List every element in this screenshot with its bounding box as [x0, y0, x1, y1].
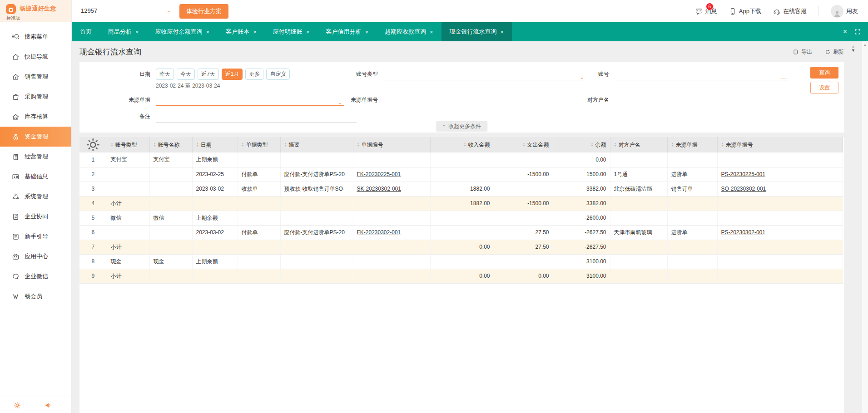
- cell-doc-type: 收款单: [238, 182, 280, 196]
- org-select[interactable]: 12957 ⌄: [80, 5, 173, 17]
- remark-input[interactable]: [158, 115, 355, 121]
- close-all-tabs-icon[interactable]: ×: [843, 28, 847, 35]
- tab-7[interactable]: 超期应收款查询×: [377, 22, 441, 41]
- cell-income: [430, 167, 494, 182]
- online-service-button[interactable]: 在线客服: [773, 7, 807, 15]
- open-tabs: 首页商品分析×应收应付余额查询×客户账本×应付明细账×客户信用分析×超期应收款查…: [72, 22, 836, 41]
- date-pill-近7天[interactable]: 近7天: [198, 69, 219, 80]
- sidebar-item-12[interactable]: 应用中心: [0, 246, 71, 266]
- tab-4[interactable]: 客户账本×: [218, 22, 265, 41]
- date-pills: 昨天今天近7天近1月更多自定义: [156, 69, 290, 80]
- sidebar-item-13[interactable]: 企业微信: [0, 266, 71, 286]
- column-label: 来源单据: [675, 142, 697, 148]
- account-picker[interactable]: …: [615, 69, 789, 80]
- sidebar-item-9[interactable]: 系统管理: [0, 187, 71, 206]
- tab-close-icon[interactable]: ×: [306, 29, 310, 35]
- column-header-9[interactable]: ▲▼余额: [553, 137, 610, 152]
- sidebar-item-14[interactable]: 畅会员: [0, 286, 71, 306]
- tab-8[interactable]: 现金银行流水查询×: [441, 22, 512, 41]
- column-header-11[interactable]: ▲▼来源单据: [667, 137, 717, 152]
- date-pill-近1月[interactable]: 近1月: [222, 69, 243, 80]
- party-name-input[interactable]: [616, 98, 788, 105]
- cell-date: [192, 240, 238, 254]
- tab-6[interactable]: 客户信用分析×: [317, 22, 377, 41]
- tab-close-icon[interactable]: ×: [135, 29, 139, 35]
- trial-plan-button[interactable]: 体验行业方案: [179, 4, 228, 19]
- sidebar-item-1[interactable]: 搜索菜单: [0, 27, 71, 47]
- chevron-up-icon: ⌃: [442, 124, 446, 129]
- tab-close-icon[interactable]: ×: [206, 29, 210, 35]
- source-doc-no-field[interactable]: [383, 94, 586, 106]
- account-type-input[interactable]: [385, 73, 580, 79]
- ellipsis-picker-icon[interactable]: …: [781, 74, 788, 79]
- tab-5[interactable]: 应付明细账×: [265, 22, 318, 41]
- cell-doc-no: [353, 254, 430, 269]
- doc-link[interactable]: FK-20230302-001: [357, 229, 401, 236]
- chevron-down-icon: ⌄: [580, 75, 585, 79]
- date-pill-今天[interactable]: 今天: [177, 69, 195, 80]
- cell-party: 天津市南凯玻璃: [610, 225, 667, 240]
- column-label: 来源单据号: [725, 142, 753, 148]
- date-pill-昨天[interactable]: 昨天: [156, 69, 174, 80]
- results-table: ▲▼账号类型▲▼账号名称▲▼日期▲▼单据类型▲▼摘要▲▼单据编号▲▼收入金额▲▼…: [79, 137, 843, 284]
- table-row: 1支付宝支付宝上期余额0.00: [79, 152, 843, 167]
- refresh-button[interactable]: 刷新: [825, 48, 844, 56]
- doc-link[interactable]: PS-20230225-001: [721, 171, 765, 177]
- tab-close-icon[interactable]: ×: [501, 29, 504, 35]
- column-header-6[interactable]: ▲▼单据编号: [353, 137, 430, 152]
- doc-link[interactable]: SK-20230302-001: [357, 186, 401, 192]
- sidebar-item-5[interactable]: 库存核算: [0, 107, 71, 127]
- column-header-12[interactable]: ▲▼来源单据号: [717, 137, 843, 152]
- announcement-speaker-icon[interactable]: [45, 402, 52, 409]
- column-header-5[interactable]: ▲▼摘要: [280, 137, 353, 152]
- column-settings-gear[interactable]: [79, 137, 107, 152]
- tab-close-icon[interactable]: ×: [365, 29, 368, 35]
- column-header-4[interactable]: ▲▼单据类型: [238, 137, 280, 152]
- account-type-select[interactable]: ⌄: [383, 69, 586, 80]
- tab-3[interactable]: 应收应付余额查询×: [147, 22, 218, 41]
- tab-close-icon[interactable]: ×: [430, 29, 433, 35]
- source-doc-no-input[interactable]: [385, 98, 585, 105]
- date-pill-自定义[interactable]: 自定义: [266, 69, 290, 80]
- column-header-8[interactable]: ▲▼支出金额: [494, 137, 553, 152]
- app-download-button[interactable]: App下载: [729, 7, 761, 15]
- source-doc-select[interactable]: ⌄: [156, 94, 344, 106]
- date-range-value[interactable]: 2023-02-24 至 2023-03-24: [156, 82, 290, 90]
- fullscreen-icon[interactable]: [854, 29, 861, 35]
- sidebar-item-10[interactable]: 企业协同: [0, 206, 71, 226]
- sidebar-item-6[interactable]: 资金管理: [0, 127, 71, 147]
- table-row: 8现金现金上期余额3100.00: [79, 254, 843, 269]
- column-header-7[interactable]: ▲▼收入金额: [430, 137, 494, 152]
- column-header-3[interactable]: ▲▼日期: [192, 137, 238, 152]
- source-doc-input[interactable]: [158, 98, 337, 104]
- sidebar-item-2[interactable]: 快捷导航: [0, 47, 71, 67]
- page-scrollbar[interactable]: ▲: [862, 41, 868, 413]
- scroll-down-icon[interactable]: ▼: [851, 49, 855, 53]
- query-button[interactable]: 查询: [810, 67, 838, 79]
- sidebar-item-8[interactable]: 基础信息: [0, 167, 71, 187]
- party-name-field[interactable]: [615, 94, 789, 106]
- remark-field[interactable]: [156, 111, 357, 123]
- doc-link[interactable]: PS-20230302-001: [721, 229, 765, 236]
- column-header-10[interactable]: ▲▼对方户名: [610, 137, 667, 152]
- collapse-filters-button[interactable]: ⌃ 收起更多条件: [436, 121, 487, 132]
- sidebar-item-4[interactable]: 采购管理: [0, 87, 71, 107]
- column-header-1[interactable]: ▲▼账号类型: [107, 137, 149, 152]
- sidebar-item-11[interactable]: 新手引导: [0, 226, 71, 246]
- messages-button[interactable]: 消息 6: [695, 7, 717, 15]
- export-button[interactable]: 导出: [793, 48, 812, 56]
- settings-gear-icon[interactable]: [14, 402, 21, 409]
- tab-close-icon[interactable]: ×: [253, 29, 257, 35]
- doc-link[interactable]: SO-20230302-001: [721, 186, 766, 192]
- user-menu[interactable]: 用友: [831, 5, 858, 18]
- sidebar-item-7[interactable]: 经营管理: [0, 147, 71, 167]
- column-header-2[interactable]: ▲▼账号名称: [149, 137, 192, 152]
- tab-1[interactable]: 首页: [72, 22, 100, 41]
- account-input[interactable]: [616, 73, 781, 79]
- tab-2[interactable]: 商品分析×: [100, 22, 147, 41]
- scrollbar-up-icon[interactable]: ▲: [863, 43, 867, 47]
- settings-button[interactable]: 设置: [810, 82, 838, 93]
- date-pill-更多[interactable]: 更多: [245, 69, 263, 80]
- sidebar-item-3[interactable]: 销售管理: [0, 67, 71, 87]
- doc-link[interactable]: FK-20230225-001: [357, 171, 401, 177]
